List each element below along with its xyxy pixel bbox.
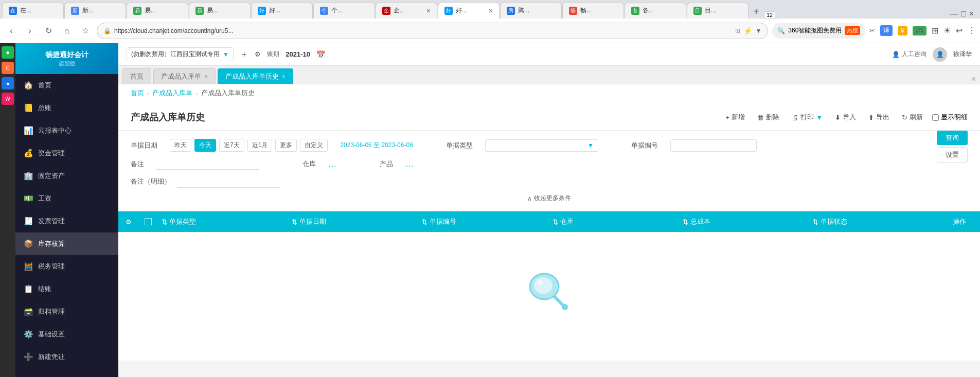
browser-tab-2[interactable]: 新 新...: [64, 2, 126, 19]
table-select-all-checkbox[interactable]: [139, 218, 157, 225]
home-button[interactable]: ⌂: [60, 24, 74, 38]
user-service-button[interactable]: 👤 人工咨询: [892, 50, 926, 59]
browser-app-icon-4[interactable]: W: [2, 93, 14, 105]
print-dropdown-icon[interactable]: ▼: [816, 114, 823, 121]
search-bar[interactable]: 🔍 360智能抠图免费用 热搜: [772, 23, 865, 39]
sidebar-item-tax[interactable]: 🧮 税务管理: [15, 255, 118, 278]
note-detail-input[interactable]: [177, 176, 280, 188]
page-tab-history[interactable]: 产成品入库单历史 ×: [218, 68, 293, 84]
browser-tab-1[interactable]: 在 在...: [2, 2, 64, 19]
settings-gear-button[interactable]: ⚙: [255, 50, 261, 58]
delete-button[interactable]: 🗑 删除: [754, 111, 782, 124]
forward-button[interactable]: ›: [23, 24, 37, 38]
browser-tab-12[interactable]: 目 目...: [687, 2, 749, 19]
date-btn-more[interactable]: 更多: [275, 139, 297, 152]
page-tab-history-close-icon[interactable]: ×: [282, 73, 286, 80]
browser-tab-4[interactable]: 易 易...: [189, 2, 251, 19]
undo-icon[interactable]: ↩: [956, 26, 963, 35]
currency-icon[interactable]: ¥: [898, 26, 907, 35]
date-btn-7days[interactable]: 近7天: [219, 139, 244, 152]
sidebar-item-settings[interactable]: ⚙️ 基础设置: [15, 323, 118, 346]
filter-row-1: 单据日期 昨天 今天 近7天 近1月 更多 自定义 2023-06-06 至 2…: [131, 139, 968, 152]
scissors-icon[interactable]: ✂: [869, 27, 875, 34]
grid-icon[interactable]: ⊞: [932, 26, 938, 35]
th-doc-number-sort-icon[interactable]: ⇅: [422, 218, 427, 226]
sidebar-item-funds[interactable]: 💰 资金管理: [15, 142, 118, 165]
th-doc-date-sort-icon[interactable]: ⇅: [292, 218, 297, 226]
address-input[interactable]: 🔒 https://cloud.chanjet.com/accounting/u…: [97, 23, 768, 39]
sidebar-item-ledger[interactable]: 📒 总账: [15, 97, 118, 119]
refresh-action-button[interactable]: ↻ 刷新: [899, 111, 926, 124]
doc-number-input[interactable]: [670, 139, 757, 152]
browser-tab-6[interactable]: 个 个...: [313, 2, 375, 19]
game-icon[interactable]: 🎮: [913, 26, 926, 35]
address-dropdown-icon[interactable]: ▼: [755, 27, 761, 34]
browser-app-icon-3[interactable]: ★: [2, 77, 14, 89]
back-button[interactable]: ‹: [4, 24, 19, 38]
note-input[interactable]: [156, 158, 259, 170]
sidebar-item-new-voucher[interactable]: ➕ 新建凭证: [15, 346, 118, 368]
sidebar-item-checkout[interactable]: 📋 结账: [15, 278, 118, 300]
bookmark-button[interactable]: ☆: [78, 24, 93, 38]
browser-tab-5[interactable]: 好 好...: [251, 2, 313, 19]
th-warehouse-sort-icon[interactable]: ⇅: [553, 218, 558, 226]
theme-icon[interactable]: ☀: [943, 26, 951, 35]
refresh-button[interactable]: ↻: [41, 24, 56, 38]
minimize-button[interactable]: —: [950, 9, 958, 19]
add-company-button[interactable]: +: [240, 50, 248, 59]
sidebar-item-invoices[interactable]: 🧾 发票管理: [15, 210, 118, 232]
app-logo-title: 畅捷通好会计: [45, 50, 88, 60]
tab-7-close-icon[interactable]: ×: [426, 7, 431, 15]
doc-type-select[interactable]: ▼: [485, 139, 598, 152]
breadcrumb-home[interactable]: 首页: [131, 88, 144, 98]
sidebar-item-inventory[interactable]: 📦 库存核算: [15, 232, 118, 255]
warehouse-dots[interactable]: …: [328, 159, 336, 169]
product-dots[interactable]: …: [405, 159, 414, 169]
browser-tab-7[interactable]: 企 企... ×: [376, 2, 437, 19]
collapse-label: 收起更多条件: [534, 194, 571, 203]
maximize-button[interactable]: □: [961, 9, 966, 19]
more-icon[interactable]: ⋮: [968, 26, 976, 35]
page-tab-inbound[interactable]: 产成品入库单 ×: [153, 68, 216, 84]
th-doc-status-sort-icon[interactable]: ⇅: [813, 218, 818, 226]
settings-filter-button[interactable]: 设置: [937, 147, 968, 163]
date-btn-yesterday[interactable]: 昨天: [170, 139, 191, 152]
th-doc-type-sort-icon[interactable]: ⇅: [162, 218, 167, 226]
date-btn-custom[interactable]: 自定义: [300, 139, 328, 152]
tab-8-close-icon[interactable]: ×: [489, 7, 493, 15]
sidebar-item-reports[interactable]: 📊 云报表中心: [15, 119, 118, 142]
browser-tab-8[interactable]: 好 好... ×: [438, 2, 500, 19]
sidebar-item-assets[interactable]: 🏢 固定资产: [15, 165, 118, 187]
show-detail-toggle[interactable]: 显示明细: [932, 113, 968, 122]
panel-close-button[interactable]: ×: [971, 75, 976, 84]
sidebar-item-archive[interactable]: 🗃️ 归档管理: [15, 300, 118, 323]
browser-app-icon-1[interactable]: ●: [2, 46, 14, 59]
close-button[interactable]: ×: [969, 9, 974, 19]
query-button[interactable]: 查询: [937, 131, 968, 145]
export-button[interactable]: ⬆ 导出: [865, 111, 893, 124]
sidebar-item-home[interactable]: 🏠 首页: [15, 74, 118, 97]
th-doc-number-label: 单据编号: [430, 217, 456, 226]
breadcrumb-inbound[interactable]: 产成品入库单: [152, 88, 192, 98]
table-settings-icon[interactable]: ⚙: [118, 218, 139, 226]
new-tab-button[interactable]: +: [749, 4, 763, 19]
date-btn-today[interactable]: 今天: [194, 139, 216, 152]
translate-icon[interactable]: 译: [880, 25, 893, 36]
browser-tab-3[interactable]: 易 易...: [127, 2, 188, 19]
browser-tab-10[interactable]: 畅 畅...: [562, 2, 624, 19]
import-button[interactable]: ⬇ 导入: [832, 111, 859, 124]
sidebar-item-wages[interactable]: 💵 工资: [15, 187, 118, 210]
page-tab-inbound-close-icon[interactable]: ×: [204, 73, 208, 80]
collapse-button[interactable]: ∧ 收起更多条件: [131, 194, 968, 203]
show-detail-checkbox-input[interactable]: [932, 114, 939, 121]
browser-app-icon-2[interactable]: C: [2, 62, 14, 74]
browser-tab-9[interactable]: 腾 腾...: [500, 2, 562, 19]
page-tab-home[interactable]: 首页: [122, 68, 151, 84]
add-button[interactable]: + 新增: [723, 111, 749, 124]
date-btn-1month[interactable]: 近1月: [247, 139, 273, 152]
browser-tab-11[interactable]: 各 各...: [625, 2, 686, 19]
calendar-icon[interactable]: 📅: [316, 50, 325, 59]
print-button[interactable]: 🖨 打印 ▼: [789, 111, 826, 124]
company-selector[interactable]: (勿删勿禁用）江西服宝测试专用 ▼: [127, 47, 234, 61]
th-total-cost-sort-icon[interactable]: ⇅: [683, 218, 688, 226]
